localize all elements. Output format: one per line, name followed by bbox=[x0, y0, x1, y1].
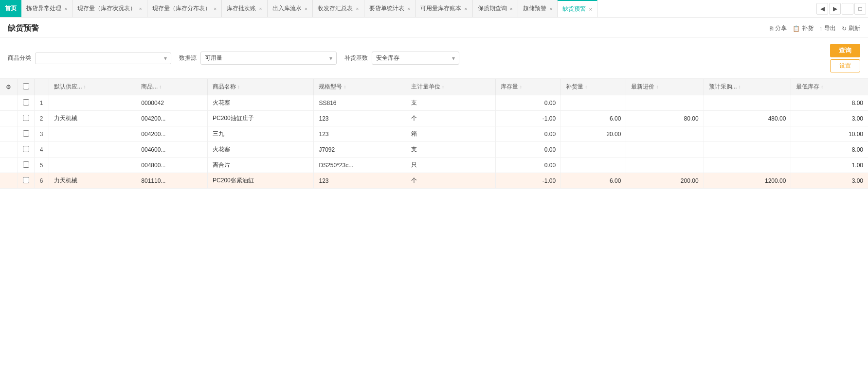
row-unit: 支 bbox=[406, 142, 495, 158]
tab-item-shortage[interactable]: 缺货预警× bbox=[558, 0, 597, 17]
tab-item-requisition-stat[interactable]: 要货单统计表× bbox=[364, 0, 416, 17]
page-title: 缺货预警 bbox=[8, 23, 770, 34]
tab-close-icon[interactable]: × bbox=[305, 6, 307, 12]
row-product-code: 0000042 bbox=[136, 95, 208, 111]
row-unit: 个 bbox=[406, 111, 495, 126]
tab-close-icon[interactable]: × bbox=[464, 6, 467, 12]
tab-close-icon[interactable]: × bbox=[407, 6, 410, 12]
select-all-checkbox[interactable] bbox=[23, 83, 29, 89]
product-code-sort-icon: ↕ bbox=[159, 84, 162, 89]
export-button[interactable]: ↑ 导出 bbox=[819, 24, 836, 33]
datasource-label: 数据源 bbox=[179, 54, 197, 62]
row-checkbox-input[interactable] bbox=[23, 146, 29, 152]
row-checkbox-input[interactable] bbox=[23, 161, 29, 168]
tab-item-inout-flow[interactable]: 出入库流水× bbox=[268, 0, 313, 17]
tab-item-expiry-query[interactable]: 保质期查询× bbox=[473, 0, 518, 17]
col-supplier[interactable]: 默认供应... ↕ bbox=[49, 79, 136, 95]
col-checkbox-header[interactable] bbox=[18, 79, 34, 95]
refresh-button[interactable]: ↻ 刷新 bbox=[842, 24, 860, 33]
row-min-stock: 1.00 bbox=[791, 158, 868, 173]
tab-item-inventory-dist[interactable]: 现存量（库存分布表）× bbox=[147, 0, 222, 17]
tab-close-icon[interactable]: × bbox=[510, 6, 513, 12]
share-button[interactable]: ⎘ 分享 bbox=[770, 24, 787, 33]
tab-item-abnormal[interactable]: 拣货异常处理× bbox=[21, 0, 72, 17]
tab-label: 现存量（库存状况表） bbox=[77, 4, 136, 13]
datasource-value: 可用量 bbox=[205, 54, 222, 62]
row-number: 2 bbox=[34, 111, 49, 126]
tab-minimize-button[interactable]: — bbox=[842, 3, 853, 15]
tab-label: 现存量（库存分布表） bbox=[152, 4, 211, 13]
category-select[interactable]: ▾ bbox=[35, 53, 171, 64]
replenish-base-value: 安全库存 bbox=[376, 54, 399, 62]
tab-bar: 首页拣货异常处理×现存量（库存状况表）×现存量（库存分布表）×库存批次账×出入库… bbox=[0, 0, 868, 18]
row-checkbox[interactable] bbox=[18, 126, 34, 142]
replenish-base-label: 补货基数 bbox=[344, 54, 368, 62]
col-product-name[interactable]: 商品名称 ↕ bbox=[208, 79, 314, 95]
row-product-code: 004600... bbox=[136, 142, 208, 158]
row-est-purchase bbox=[704, 158, 791, 173]
row-est-purchase: 1200.00 bbox=[704, 173, 791, 189]
tab-close-icon[interactable]: × bbox=[64, 6, 67, 12]
col-rownum bbox=[34, 79, 49, 95]
col-est-purchase[interactable]: 预计采购... ↕ bbox=[704, 79, 791, 95]
row-checkbox[interactable] bbox=[18, 142, 34, 158]
tab-item-available-ledger[interactable]: 可用量库存账本× bbox=[416, 0, 472, 17]
tab-close-icon[interactable]: × bbox=[549, 6, 552, 12]
replenish-button[interactable]: 📋 补货 bbox=[793, 24, 814, 33]
tab-label: 超储预警 bbox=[523, 4, 546, 13]
tab-close-icon[interactable]: × bbox=[589, 6, 592, 12]
col-stock-qty[interactable]: 库存量 ↕ bbox=[495, 79, 561, 95]
filter-bar: 商品分类 ▾ 数据源 可用量 ▾ 补货基数 安全库存 ▾ 查询 设置 bbox=[0, 38, 868, 79]
datasource-select[interactable]: 可用量 ▾ bbox=[200, 52, 337, 65]
col-gear[interactable]: ⚙ bbox=[0, 79, 18, 95]
tab-item-batch-account[interactable]: 库存批次账× bbox=[222, 0, 267, 17]
tab-maximize-button[interactable]: □ bbox=[854, 3, 866, 15]
min-stock-sort-icon: ↕ bbox=[821, 84, 823, 89]
replenish-base-select[interactable]: 安全库存 ▾ bbox=[372, 52, 459, 65]
tab-item-overstock[interactable]: 超储预警× bbox=[518, 0, 558, 17]
tab-close-icon[interactable]: × bbox=[356, 6, 359, 12]
tab-item-receipt-summary[interactable]: 收发存汇总表× bbox=[313, 0, 364, 17]
row-number: 1 bbox=[34, 95, 49, 111]
tab-label: 缺货预警 bbox=[562, 5, 586, 13]
tab-prev-button[interactable]: ◀ bbox=[816, 3, 828, 15]
row-checkbox[interactable] bbox=[18, 95, 34, 111]
table-row: 4004600...火花塞J7092支0.008.00 bbox=[0, 142, 868, 158]
row-supplier bbox=[49, 142, 136, 158]
row-checkbox[interactable] bbox=[18, 173, 34, 189]
row-gear-cell bbox=[0, 142, 18, 158]
tab-item-inventory-status[interactable]: 现存量（库存状况表）× bbox=[72, 0, 147, 17]
row-gear-cell bbox=[0, 95, 18, 111]
col-unit[interactable]: 主计量单位 ↕ bbox=[406, 79, 495, 95]
tab-next-button[interactable]: ▶ bbox=[829, 3, 841, 15]
row-checkbox[interactable] bbox=[18, 111, 34, 126]
replenish-base-arrow-icon: ▾ bbox=[452, 55, 455, 62]
row-checkbox-input[interactable] bbox=[23, 177, 29, 183]
col-min-stock[interactable]: 最低库存 ↕ bbox=[791, 79, 868, 95]
row-checkbox-input[interactable] bbox=[23, 130, 29, 137]
row-number: 6 bbox=[34, 173, 49, 189]
supplier-sort-icon: ↕ bbox=[84, 84, 86, 89]
col-replenish-qty[interactable]: 补货量 ↕ bbox=[561, 79, 626, 95]
row-checkbox-input[interactable] bbox=[23, 99, 29, 106]
tab-close-icon[interactable]: × bbox=[139, 6, 142, 12]
row-product-name: 火花塞 bbox=[208, 142, 314, 158]
row-checkbox[interactable] bbox=[18, 158, 34, 173]
row-checkbox-input[interactable] bbox=[23, 115, 29, 121]
query-button[interactable]: 查询 bbox=[830, 44, 860, 57]
tab-close-icon[interactable]: × bbox=[214, 6, 217, 12]
settings-button[interactable]: 设置 bbox=[830, 59, 860, 72]
row-est-purchase bbox=[704, 142, 791, 158]
row-min-stock: 10.00 bbox=[791, 126, 868, 142]
tab-item-home[interactable]: 首页 bbox=[0, 0, 21, 17]
col-spec[interactable]: 规格型号 ↕ bbox=[314, 79, 406, 95]
row-latest-price: 80.00 bbox=[626, 111, 704, 126]
tab-close-icon[interactable]: × bbox=[259, 6, 262, 12]
col-latest-price[interactable]: 最新进价 ↕ bbox=[626, 79, 704, 95]
row-spec: J7092 bbox=[314, 142, 406, 158]
row-min-stock: 8.00 bbox=[791, 95, 868, 111]
row-replenish-qty bbox=[561, 95, 626, 111]
data-table: ⚙ 默认供应... ↕ 商品... bbox=[0, 79, 868, 189]
col-product-code[interactable]: 商品... ↕ bbox=[136, 79, 208, 95]
page-content: 缺货预警 ⎘ 分享 📋 补货 ↑ 导出 ↻ 刷新 商品分类 bbox=[0, 18, 868, 387]
